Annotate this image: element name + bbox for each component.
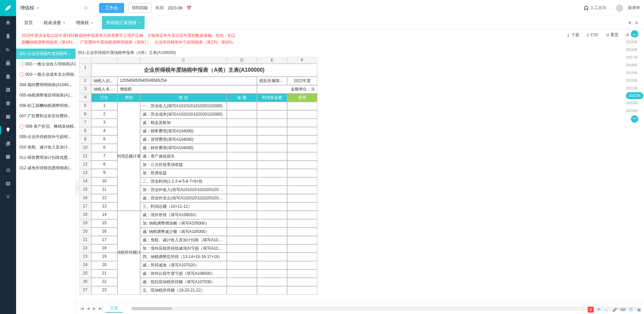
- nav-copy-icon[interactable]: [0, 137, 16, 150]
- cell[interactable]: 减：管理费用(填写A104000): [140, 135, 227, 144]
- row-number[interactable]: 3: [79, 85, 91, 93]
- row-number[interactable]: 9: [79, 135, 91, 144]
- cell[interactable]: 23: [91, 286, 117, 295]
- cell[interactable]: 纳税人识别号：: [91, 77, 117, 85]
- cell[interactable]: [257, 152, 287, 161]
- cell[interactable]: [227, 219, 257, 228]
- cell[interactable]: 三、利润总额（10+11-12）: [140, 202, 227, 211]
- cell[interactable]: [287, 144, 317, 152]
- cell[interactable]: [227, 253, 257, 261]
- cell[interactable]: [287, 253, 317, 261]
- cell[interactable]: 减：抵扣应纳税所得额（填写A107030）: [140, 278, 227, 286]
- cell[interactable]: 2022年度: [287, 77, 317, 85]
- cell[interactable]: [227, 127, 257, 135]
- close-icon[interactable]: ×: [91, 21, 93, 25]
- form-item[interactable]: 010-免税、减计收入及加计...: [16, 142, 75, 152]
- cell[interactable]: [227, 236, 257, 244]
- nav-chart-icon[interactable]: [0, 43, 16, 56]
- list-icon-button[interactable]: [81, 3, 91, 13]
- col-letter[interactable]: [79, 57, 91, 64]
- row-number[interactable]: 24: [79, 261, 91, 269]
- row-number[interactable]: 12: [79, 161, 91, 169]
- cell[interactable]: 18: [91, 244, 117, 253]
- cell[interactable]: [287, 177, 317, 186]
- ime-lang-icon[interactable]: 中: [596, 307, 602, 313]
- print-button[interactable]: ⎙打印: [587, 32, 598, 38]
- form-item[interactable]: !003-一般企业成本支出明细...: [16, 69, 75, 80]
- cell[interactable]: 加: 纳税调整增加额（填写A105000）: [140, 219, 227, 228]
- cell[interactable]: 2: [91, 110, 117, 119]
- cell[interactable]: [287, 102, 317, 110]
- avatar[interactable]: [616, 4, 623, 12]
- cell[interactable]: 减：资产减值损失: [140, 152, 227, 161]
- row-number[interactable]: 21: [79, 236, 91, 244]
- cell[interactable]: [257, 228, 287, 236]
- ime-keyboard-icon[interactable]: ⌨: [620, 307, 626, 313]
- cell[interactable]: [227, 177, 257, 186]
- cell[interactable]: 3: [91, 119, 117, 127]
- ime-voice-icon[interactable]: 🎤: [612, 307, 618, 313]
- row-number[interactable]: 20: [79, 228, 91, 236]
- nav-active-icon[interactable]: [0, 123, 16, 137]
- year-pill[interactable]: 2018年: [626, 61, 643, 69]
- form-item[interactable]: 009-企业所得税弥补亏损明...: [16, 132, 75, 142]
- cell[interactable]: [227, 144, 257, 152]
- cell[interactable]: 类别: [117, 93, 140, 102]
- row-number[interactable]: 18: [79, 211, 91, 219]
- sheet-nav-first[interactable]: |◀: [79, 306, 84, 311]
- nav-calendar-icon[interactable]: [0, 110, 16, 123]
- row-number[interactable]: 8: [79, 127, 91, 135]
- cell[interactable]: 20: [91, 261, 117, 269]
- cell[interactable]: 减：所得减免（填写A107020）: [140, 261, 227, 269]
- nav-home-icon[interactable]: [0, 16, 16, 29]
- cell[interactable]: [227, 202, 257, 211]
- cell[interactable]: [227, 211, 257, 219]
- reset-button[interactable]: ↺重置: [606, 32, 619, 38]
- horizontal-scrollbar[interactable]: [131, 307, 641, 310]
- cell[interactable]: [227, 135, 257, 144]
- cell[interactable]: 纳税人名称：: [91, 85, 117, 93]
- row-number[interactable]: 22: [79, 244, 91, 253]
- cell[interactable]: 4: [91, 127, 117, 135]
- workbench-button[interactable]: 工作台: [99, 3, 124, 13]
- row-number[interactable]: 4: [79, 93, 91, 102]
- row-number[interactable]: 16: [79, 194, 91, 202]
- cell[interactable]: 8: [91, 161, 117, 169]
- cell[interactable]: [287, 219, 317, 228]
- row-number[interactable]: 17: [79, 202, 91, 211]
- close-icon[interactable]: ×: [139, 21, 141, 25]
- cell[interactable]: 减：免税、减计收入及加计扣除（填写A107010）: [140, 236, 227, 244]
- row-number[interactable]: 23: [79, 253, 91, 261]
- nav-inbox-icon[interactable]: [0, 150, 16, 164]
- scroll-up-icon[interactable]: ︽: [631, 30, 638, 38]
- cell[interactable]: 17: [91, 236, 117, 244]
- close-all-icon[interactable]: ✕: [628, 20, 632, 25]
- nav-bag-icon[interactable]: [0, 56, 16, 70]
- year-pill[interactable]: 2023年: [626, 99, 643, 107]
- cell[interactable]: 减：营业外支出(填写A102010\102020\103000): [140, 194, 227, 202]
- cell[interactable]: [287, 278, 317, 286]
- cell[interactable]: [227, 278, 257, 286]
- cell[interactable]: 减: 纳税调整减少额（填写A105000）: [140, 228, 227, 236]
- switch-old-button[interactable]: 切到旧版: [128, 3, 152, 13]
- cell[interactable]: 11: [91, 186, 117, 194]
- cell[interactable]: [257, 286, 287, 295]
- cell[interactable]: 减：财务费用(填写A104000): [140, 144, 227, 152]
- cell[interactable]: [287, 169, 317, 177]
- row-number[interactable]: 1: [79, 64, 91, 77]
- cell[interactable]: 减：营业成本(填写A102010\102020\103000): [140, 110, 227, 119]
- cell[interactable]: [227, 286, 257, 295]
- row-number[interactable]: 14: [79, 177, 91, 186]
- row-number[interactable]: 26: [79, 278, 91, 286]
- cell[interactable]: 6: [91, 144, 117, 152]
- cell[interactable]: [227, 228, 257, 236]
- cell[interactable]: [257, 110, 287, 119]
- row-number[interactable]: 2: [79, 77, 91, 85]
- year-pill[interactable]: 2015年: [626, 38, 643, 46]
- cell[interactable]: 项 目: [140, 93, 227, 102]
- tab-所得税汇算清缴[interactable]: 所得税汇算清缴×: [102, 16, 145, 29]
- cell[interactable]: 12: [91, 194, 117, 202]
- cell[interactable]: 125545855545546565254: [117, 77, 257, 85]
- cell[interactable]: 利润总额计算: [117, 102, 140, 211]
- row-number[interactable]: 27: [79, 286, 91, 295]
